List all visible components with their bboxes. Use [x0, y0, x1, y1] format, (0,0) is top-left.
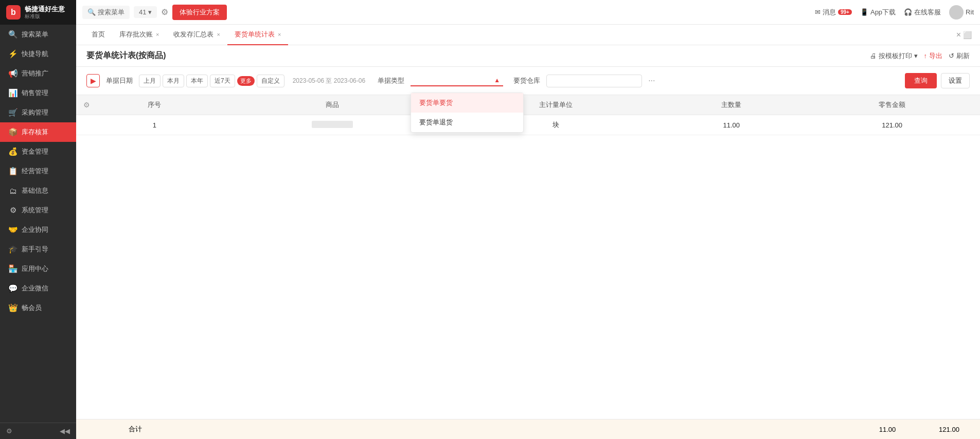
sidebar-item-label-vip: 畅会员 [22, 303, 42, 313]
sidebar-item-label-inventory: 库存核算 [22, 127, 48, 137]
this-month-button[interactable]: 本月 [163, 75, 184, 87]
sidebar-item-basic[interactable]: 🗂 基础信息 [0, 181, 76, 200]
sales-icon: 📊 [8, 88, 17, 98]
settings-button[interactable]: 设置 [941, 73, 970, 88]
date-range-display: 2023-05-06 至 2023-06-06 [293, 77, 365, 85]
query-button[interactable]: 查询 [905, 73, 937, 88]
avatar-image [949, 5, 964, 20]
marketing-icon: 📢 [8, 69, 17, 78]
settings-icon[interactable]: ⚙ [6, 427, 12, 435]
last7days-button[interactable]: 近7天 [210, 75, 235, 87]
more-dates-badge[interactable]: 更多 [237, 76, 255, 86]
dropdown-item-order-goods[interactable]: 要货单要货 [411, 93, 523, 113]
sidebar-item-inventory[interactable]: 📦 库存核算 [0, 122, 76, 142]
sidebar-item-label-system: 系统管理 [22, 206, 48, 215]
type-select[interactable]: ▲ [411, 75, 503, 86]
wechat-icon: 💬 [8, 284, 17, 293]
expand-tabs-button[interactable]: ⬜ [963, 31, 972, 39]
col-header-amount: 零售金额 [804, 95, 980, 115]
sidebar-item-label-finance: 资金管理 [22, 147, 48, 156]
download-icon: 📱 [860, 8, 868, 16]
sidebar-item-operations[interactable]: 📋 经营管理 [0, 161, 76, 181]
appstore-icon: 🏪 [8, 264, 17, 273]
footer-qty: 11.00 [857, 426, 918, 433]
search-icon: 🔍 [8, 30, 17, 39]
topbar-right: ✉ 消息 99+ 📱 App下载 🎧 在线客服 Rit [815, 5, 974, 20]
print-button[interactable]: 🖨 按模板打印 ▾ [870, 51, 918, 61]
custom-date-button[interactable]: 自定义 [257, 75, 284, 87]
purchase-icon: 🛒 [8, 108, 17, 117]
refresh-button[interactable]: ↺ 刷新 [949, 51, 970, 61]
warehouse-input[interactable] [546, 75, 642, 87]
sidebar-item-enterprise[interactable]: 🤝 企业协同 [0, 220, 76, 240]
search-menu[interactable]: 🔍 搜索菜单 [82, 6, 130, 19]
print-chevron-icon: ▾ [914, 52, 918, 60]
this-year-button[interactable]: 本年 [186, 75, 208, 87]
app-title: 畅捷通好生意 [25, 5, 65, 13]
sidebar-item-vip[interactable]: 👑 畅会员 [0, 298, 76, 318]
page-actions: 🖨 按模板打印 ▾ ↑ 导出 ↺ 刷新 [870, 51, 970, 61]
trial-button[interactable]: 体验行业方案 [172, 5, 227, 20]
sidebar-item-label-appstore: 应用中心 [22, 264, 48, 273]
sidebar-item-label-sales: 销售管理 [22, 88, 48, 98]
user-avatar[interactable]: Rit [949, 5, 974, 20]
export-button[interactable]: ↑ 导出 [924, 51, 943, 61]
logo-icon: b [6, 5, 21, 20]
tab-order-stats-close[interactable]: × [278, 31, 281, 38]
sidebar-item-label-purchase: 采购管理 [22, 108, 48, 117]
type-select-wrapper: ▲ 要货单要货 要货单退货 [411, 75, 503, 86]
tabs-bar: 首页 库存批次账 × 收发存汇总表 × 要货单统计表 × × ⬜ [76, 25, 980, 45]
tab-shipment-summary[interactable]: 收发存汇总表 × [166, 25, 227, 45]
sidebar-item-search[interactable]: 🔍 搜索菜单 [0, 25, 76, 44]
topbar: 🔍 搜索菜单 41 ▾ ⚙ 体验行业方案 ✉ 消息 99+ 📱 App下载 🎧 [76, 0, 980, 25]
type-label: 单据类型 [378, 76, 404, 85]
sidebar-item-label-guide: 新手引导 [22, 245, 48, 254]
sidebar-item-finance[interactable]: 💰 资金管理 [0, 142, 76, 161]
main-area: 🔍 搜索菜单 41 ▾ ⚙ 体验行业方案 ✉ 消息 99+ 📱 App下载 🎧 [76, 0, 980, 439]
type-dropdown-menu: 要货单要货 要货单退货 [411, 93, 524, 133]
table-settings-header[interactable]: ⚙ [76, 95, 97, 115]
sidebar-item-guide[interactable]: 🎓 新手引导 [0, 240, 76, 259]
settings-gear-icon[interactable]: ⚙ [161, 7, 168, 17]
print-icon: 🖨 [870, 52, 877, 60]
close-all-tabs-button[interactable]: × [956, 30, 961, 40]
chevron-down-icon: ▾ [148, 8, 152, 16]
dropdown-item-order-return[interactable]: 要货单退货 [411, 113, 523, 132]
footer-amount: 121.00 [918, 426, 980, 433]
date-label: 单据日期 [106, 76, 133, 85]
col-header-qty: 主数量 [658, 95, 804, 115]
sidebar-item-label-enterprise: 企业协同 [22, 225, 48, 234]
tab-home[interactable]: 首页 [84, 25, 112, 45]
warehouse-label: 要货仓库 [513, 76, 540, 85]
sidebar-item-appstore[interactable]: 🏪 应用中心 [0, 259, 76, 279]
filter-expand-button[interactable]: ▶ [86, 74, 100, 87]
sidebar-item-marketing[interactable]: 📢 营销推广 [0, 64, 76, 83]
footer-label: 合计 [122, 425, 857, 434]
col-header-no: 序号 [97, 95, 212, 115]
tab-order-stats[interactable]: 要货单统计表 × [227, 25, 288, 45]
export-icon: ↑ [924, 52, 928, 60]
tab-inventory-batch[interactable]: 库存批次账 × [112, 25, 166, 45]
online-service-button[interactable]: 🎧 在线客服 [904, 8, 941, 17]
sidebar-item-system[interactable]: ⚙ 系统管理 [0, 200, 76, 220]
message-icon: ✉ [815, 8, 821, 16]
collapse-button[interactable]: ◀◀ [60, 427, 70, 435]
table-column-settings-icon[interactable]: ⚙ [83, 101, 90, 109]
prev-month-button[interactable]: 上月 [139, 75, 161, 87]
messages-button[interactable]: ✉ 消息 99+ [815, 8, 852, 17]
row-settings-cell [76, 115, 97, 135]
nav-select[interactable]: 41 ▾ [134, 6, 157, 18]
system-icon: ⚙ [8, 206, 17, 215]
sidebar-item-wechat[interactable]: 💬 企业微信 [0, 279, 76, 298]
filter-more-button[interactable]: ··· [648, 76, 655, 85]
tab-shipment-summary-close[interactable]: × [217, 31, 220, 38]
row-qty: 11.00 [658, 115, 804, 135]
sidebar-item-purchase[interactable]: 🛒 采购管理 [0, 103, 76, 122]
sidebar-item-sales[interactable]: 📊 销售管理 [0, 83, 76, 103]
refresh-icon: ↺ [949, 52, 954, 60]
tab-inventory-batch-close[interactable]: × [156, 31, 159, 38]
sidebar-item-shortcut[interactable]: ⚡ 快捷导航 [0, 44, 76, 64]
app-download-button[interactable]: 📱 App下载 [860, 8, 896, 17]
sidebar-item-label-search: 搜索菜单 [22, 30, 48, 39]
page-header: 要货单统计表(按商品) 🖨 按模板打印 ▾ ↑ 导出 ↺ 刷新 [76, 45, 980, 67]
